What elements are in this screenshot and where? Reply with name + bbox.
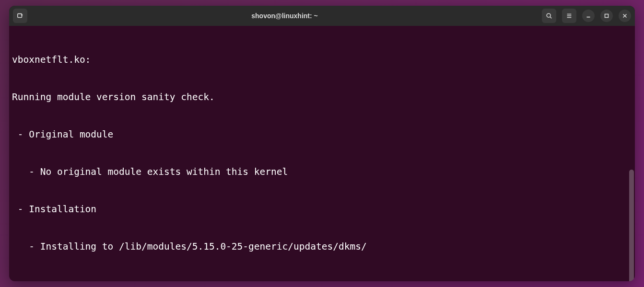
terminal-line: - Original module bbox=[12, 128, 632, 141]
maximize-button[interactable] bbox=[600, 10, 613, 22]
titlebar-left bbox=[13, 9, 27, 23]
terminal-window: shovon@linuxhint: ~ bbox=[9, 6, 635, 281]
terminal-line: - Installation bbox=[12, 203, 632, 216]
titlebar-right bbox=[542, 9, 631, 23]
terminal-line: Running module version sanity check. bbox=[12, 91, 632, 103]
menu-button[interactable] bbox=[562, 9, 576, 23]
search-button[interactable] bbox=[542, 9, 556, 23]
search-icon bbox=[546, 12, 552, 19]
new-tab-icon bbox=[17, 12, 23, 19]
window-title: shovon@linuxhint: ~ bbox=[27, 12, 542, 20]
terminal-output: vboxnetflt.ko: Running module version sa… bbox=[12, 29, 632, 281]
hamburger-icon bbox=[566, 12, 573, 19]
svg-rect-0 bbox=[18, 14, 22, 18]
svg-rect-9 bbox=[605, 14, 609, 18]
close-icon bbox=[621, 12, 628, 19]
new-tab-button[interactable] bbox=[13, 9, 27, 23]
titlebar: shovon@linuxhint: ~ bbox=[9, 6, 635, 26]
svg-point-3 bbox=[547, 13, 550, 17]
minimize-icon bbox=[585, 12, 592, 19]
terminal-line: - No original module exists within this … bbox=[12, 166, 632, 178]
close-button[interactable] bbox=[619, 10, 631, 22]
terminal-line: - Installing to /lib/modules/5.15.0-25-g… bbox=[12, 241, 632, 253]
maximize-icon bbox=[603, 12, 610, 19]
svg-line-4 bbox=[550, 17, 551, 18]
minimize-button[interactable] bbox=[582, 10, 595, 22]
terminal-line: vboxnetflt.ko: bbox=[12, 54, 632, 66]
scrollbar-thumb[interactable] bbox=[629, 170, 634, 281]
terminal-body[interactable]: vboxnetflt.ko: Running module version sa… bbox=[9, 26, 635, 281]
